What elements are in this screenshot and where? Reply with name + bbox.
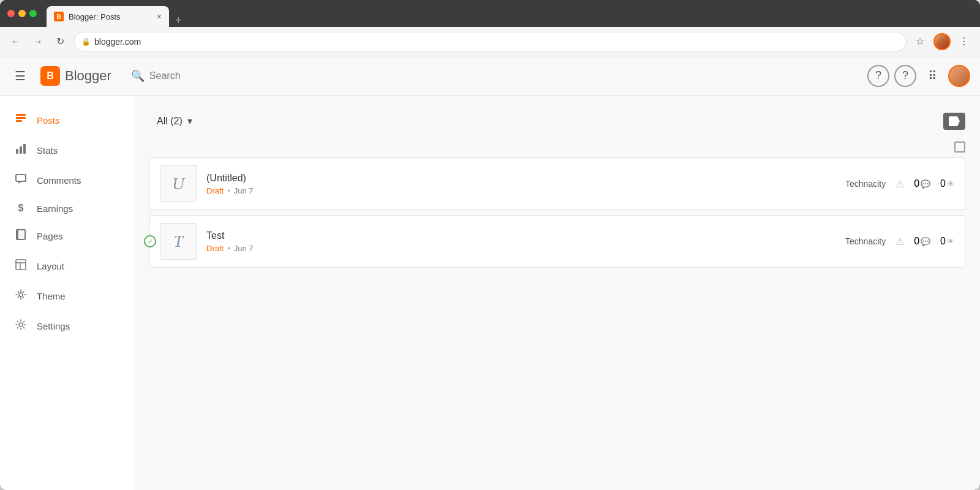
sidebar-item-theme[interactable]: Theme: [0, 281, 135, 311]
filter-dropdown[interactable]: All (2) ▾: [149, 110, 200, 132]
blogger-name: Blogger: [65, 68, 111, 84]
url-text: blogger.com: [94, 37, 141, 47]
traffic-lights: [7, 10, 37, 17]
svg-rect-2: [16, 120, 22, 122]
close-traffic-light[interactable]: [7, 10, 15, 17]
minimize-traffic-light[interactable]: [18, 10, 26, 17]
post-views-1: 0 👁: [940, 178, 955, 189]
search-icon: 🔍: [131, 69, 145, 83]
svg-point-13: [19, 323, 23, 326]
browser-tabs: B Blogger: Posts × +: [47, 0, 973, 27]
sidebar-item-settings[interactable]: Settings: [0, 311, 135, 341]
select-all-checkbox[interactable]: [954, 141, 965, 153]
stats-label: Stats: [37, 145, 58, 156]
bookmark-button[interactable]: ☆: [911, 33, 929, 50]
post-views-2: 0 👁: [940, 236, 955, 247]
views-icon-2: 👁: [947, 237, 955, 246]
layout-label: Layout: [37, 261, 64, 271]
help-button[interactable]: ?: [894, 65, 916, 87]
post-status-1: Draft: [206, 186, 224, 195]
browser-avatar[interactable]: [933, 33, 951, 50]
comments-label: Comments: [37, 175, 81, 186]
sidebar-item-layout[interactable]: Layout: [0, 251, 135, 281]
svg-rect-6: [16, 175, 26, 181]
post-status-2: Draft: [206, 244, 224, 253]
posts-toolbar: All (2) ▾: [149, 110, 965, 132]
search-bar[interactable]: 🔍: [121, 69, 489, 83]
sidebar-item-comments[interactable]: Comments: [0, 165, 135, 195]
content-area: All (2) ▾: [135, 96, 980, 490]
maximize-traffic-light[interactable]: [29, 10, 37, 17]
post-title-1[interactable]: (Untitled): [206, 173, 845, 184]
app-content: ☰ B Blogger 🔍 ? ? ⠿: [0, 56, 980, 490]
post-comments-count-1: 0: [914, 178, 919, 189]
browser-frame: B Blogger: Posts × + ← → ↻ 🔒 blogger.com…: [0, 0, 980, 490]
header-actions: ? ? ⠿: [867, 65, 970, 87]
post-card: U (Untitled) Draft • Jun 7 Technacity ⚠: [149, 157, 965, 210]
sidebar: Posts Stats: [0, 96, 135, 490]
more-button[interactable]: ⋮: [956, 33, 973, 50]
search-input[interactable]: [149, 70, 479, 81]
lock-icon: 🔒: [81, 37, 91, 46]
post-actions-2: Technacity ⚠ 0 💬 0 👁: [845, 236, 955, 247]
tab-title: Blogger: Posts: [69, 12, 152, 21]
browser-toolbar: ← → ↻ 🔒 blogger.com ☆ ⋮: [0, 27, 980, 56]
apps-button[interactable]: ⠿: [921, 65, 943, 87]
sidebar-item-stats[interactable]: Stats: [0, 135, 135, 165]
active-tab[interactable]: B Blogger: Posts ×: [47, 6, 169, 27]
dropdown-arrow-icon: ▾: [187, 115, 192, 127]
stats-icon: [15, 143, 27, 158]
posts-label: Posts: [37, 115, 60, 126]
post-card-2: ✓ T Test Draft • Jun 7: [149, 215, 965, 268]
svg-rect-9: [16, 260, 26, 270]
help-circle-button[interactable]: ?: [867, 65, 889, 87]
svg-rect-8: [18, 230, 25, 239]
browser-titlebar: B Blogger: Posts × +: [0, 0, 980, 27]
user-avatar[interactable]: [948, 65, 970, 87]
pages-label: Pages: [37, 231, 63, 241]
post-comments-1: 0 💬: [914, 178, 930, 189]
post-thumbnail-1: U: [160, 165, 197, 202]
settings-label: Settings: [37, 321, 70, 331]
post-thumbnail-2: T: [160, 223, 197, 260]
theme-label: Theme: [37, 291, 66, 301]
post-actions-1: Technacity ⚠ 0 💬 0 👁: [845, 178, 955, 190]
new-tab-button[interactable]: +: [169, 14, 188, 27]
sidebar-item-earnings[interactable]: $ Earnings: [0, 195, 135, 221]
main-layout: Posts Stats: [0, 96, 980, 490]
tab-close-button[interactable]: ×: [157, 12, 162, 21]
sidebar-item-pages[interactable]: Pages: [0, 221, 135, 251]
reload-button[interactable]: ↻: [51, 33, 69, 50]
pages-icon: [15, 228, 27, 244]
settings-icon: [15, 318, 27, 334]
post-checkbox-2[interactable]: ✓: [144, 235, 156, 247]
svg-rect-3: [16, 149, 18, 154]
layout-icon: [15, 258, 27, 274]
post-meta-1: Draft • Jun 7: [206, 186, 845, 195]
post-views-count-2: 0: [940, 236, 946, 247]
post-info-1: (Untitled) Draft • Jun 7: [206, 173, 845, 195]
svg-point-12: [19, 293, 23, 296]
address-bar[interactable]: 🔒 blogger.com: [74, 32, 907, 51]
label-button[interactable]: [943, 113, 965, 130]
post-meta-2: Draft • Jun 7: [206, 244, 845, 253]
blogger-icon: B: [40, 66, 60, 86]
toolbar-actions: ☆ ⋮: [911, 33, 973, 50]
post-comments-2: 0 💬: [914, 236, 930, 247]
post-date-1: Jun 7: [234, 186, 254, 195]
blogger-logo: B Blogger: [40, 66, 111, 86]
checkbox-area: [149, 141, 965, 153]
forward-button[interactable]: →: [29, 33, 47, 50]
sidebar-item-posts[interactable]: Posts: [0, 105, 135, 135]
svg-rect-1: [16, 117, 26, 119]
comment-icon-1: 💬: [921, 179, 930, 189]
back-button[interactable]: ←: [7, 33, 24, 50]
hamburger-button[interactable]: ☰: [10, 64, 31, 88]
post-date-2: Jun 7: [234, 244, 254, 253]
app-header: ☰ B Blogger 🔍 ? ? ⠿: [0, 56, 980, 96]
theme-icon: [15, 288, 27, 304]
posts-icon: [15, 113, 27, 128]
post-views-count-1: 0: [940, 178, 946, 189]
views-icon-1: 👁: [947, 179, 955, 189]
post-title-2[interactable]: Test: [206, 230, 845, 241]
